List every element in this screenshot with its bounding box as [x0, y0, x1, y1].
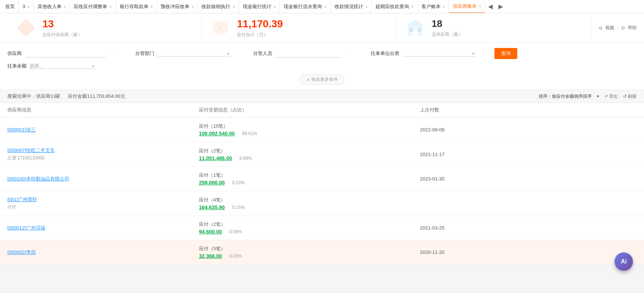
summary-card-total-payable: ¥ 11,170.39 应付合计（万）: [202, 18, 396, 38]
supplier-cell-1: [000001]张三: [7, 127, 199, 133]
close-tab-cash-bank-flow[interactable]: ×: [324, 4, 326, 9]
payable-amount-1[interactable]: 100,092,540.00: [199, 131, 235, 137]
nav-tab-3[interactable]: 3 ×: [19, 0, 34, 13]
close-tab-customer-account[interactable]: ×: [443, 4, 445, 9]
sort-chevron-icon: ▾: [597, 94, 599, 99]
close-tab-collection-verify[interactable]: ×: [232, 4, 235, 9]
supplier-cell-4: [001]广州荣轩 仔仔: [7, 196, 199, 210]
nav-tab-overdue-query[interactable]: 超期应收款查询 ×: [372, 0, 417, 13]
nav-tab-collection-verify[interactable]: 收款核销执行 ×: [198, 0, 239, 13]
close-tab-other-income[interactable]: ×: [64, 4, 66, 9]
refresh-icon: ↺: [623, 94, 627, 99]
payable-amount-3[interactable]: 258,000.00: [199, 180, 225, 186]
summary-card-suppliers: 13 总应付供应商（家）: [7, 18, 202, 38]
supplier-cell-3: [000100]本特勤油品有限公司: [7, 176, 199, 182]
payable-label-4: 应付（4笔）: [199, 197, 225, 203]
nav-tab-collection-stat[interactable]: 收款情况统计 ×: [331, 0, 372, 13]
total-payable-suppliers-label: 总应付供应商（家）: [42, 32, 194, 38]
payable-pct-6: 0.03%: [229, 254, 242, 259]
sort-label[interactable]: 排序：按应付余额倒序排序: [539, 93, 592, 100]
help-icon: ⊙: [621, 25, 625, 31]
supplier-link-4[interactable]: [001]广州荣轩: [7, 197, 37, 202]
total-payable-amount-number: 11,170.39: [237, 18, 389, 30]
search-button[interactable]: 查询: [494, 48, 517, 59]
category-select[interactable]: [402, 51, 476, 56]
payable-amount-4[interactable]: 164,635.90: [199, 204, 225, 210]
payable-label-5: 应付（2笔）: [199, 221, 225, 228]
nav-tab-prepay[interactable]: 预收冲应收单 ×: [157, 0, 198, 13]
balance-select[interactable]: 选择...: [29, 63, 96, 69]
cash-icon: ¥: [209, 18, 231, 38]
export-button[interactable]: ↗ 导出: [604, 93, 618, 100]
payable-cell-6: 应付（5笔） 32,366.00 0.03%: [199, 245, 420, 259]
close-tab-prepay[interactable]: ×: [192, 4, 194, 9]
person-label: 分管人员: [253, 50, 272, 57]
supplier-link-5[interactable]: [000012]广州贝瑞: [7, 225, 45, 231]
payable-amount-5[interactable]: 94,600.00: [199, 229, 222, 235]
video-link[interactable]: 视频: [605, 25, 614, 31]
payable-amount-6[interactable]: 32,366.00: [199, 253, 222, 259]
person-input[interactable]: [275, 49, 342, 58]
nav-tab-home[interactable]: 首页: [1, 0, 19, 13]
supplier-link-1[interactable]: [000001]张三: [7, 127, 36, 132]
supplier-link-3[interactable]: [000100]本特勤油品有限公司: [7, 176, 69, 182]
table-row: [000001]张三 应付（15笔） 100,092,540.00 89.61%…: [0, 118, 644, 142]
payable-cell-4: 应付（4笔） 164,635.90 0.15%: [199, 197, 420, 210]
supplier-link-6[interactable]: [000002]李四: [7, 249, 36, 255]
close-tab-collection-stat[interactable]: ×: [365, 4, 368, 9]
svg-rect-0: [17, 19, 35, 37]
payable-label-3: 应付（1笔）: [199, 172, 225, 179]
payable-label-6: 应付（5笔）: [199, 245, 225, 252]
lastpay-cell-3: 2023-01-30: [420, 176, 637, 182]
dept-select[interactable]: [157, 51, 231, 56]
video-icon: ⊙: [599, 25, 602, 31]
payable-cell-2: 应付（2笔） 11,051,486.00 9.89%: [199, 148, 420, 161]
supplier-input[interactable]: [25, 49, 106, 58]
filter-balance: 往来余额 选择... ▾: [7, 63, 96, 69]
summary-bar: 13 总应付供应商（家） ¥ 11,170.39 应付合计（万）: [0, 13, 644, 43]
total-suppliers-label: 总供应商（家）: [432, 31, 584, 38]
supplier-ellipsis-icon[interactable]: ···: [109, 51, 113, 56]
table-row: [000012]广州贝瑞 应付（2笔） 94,600.00 0.08% 2021…: [0, 216, 644, 240]
nav-arrow-right[interactable]: ▶: [496, 3, 506, 10]
payable-pct-1: 89.61%: [242, 131, 257, 136]
nav-tab-ap-adjustment[interactable]: 应收应付调整单 ×: [70, 0, 116, 13]
nav-tab-supplier-account[interactable]: 供应商账本 ×: [449, 0, 485, 13]
close-tab-supplier-account[interactable]: ×: [479, 4, 481, 8]
nav-tab-other-income[interactable]: 其他收入单 ×: [34, 0, 70, 13]
nav-arrow-left[interactable]: ◀: [485, 3, 496, 10]
filter-category: 往来单位分类 ▾: [371, 50, 476, 57]
close-tab-ap-adjustment[interactable]: ×: [109, 4, 112, 9]
supplier-label: 供应商: [7, 50, 22, 57]
table-row: [000100]本特勤油品有限公司 应付（1笔） 258,000.00 0.23…: [0, 167, 644, 191]
nav-tab-customer-account[interactable]: 客户账本 ×: [418, 0, 449, 13]
payable-cell-3: 应付（1笔） 258,000.00 0.23%: [199, 172, 420, 186]
payable-amount-2[interactable]: 11,051,486.00: [199, 155, 232, 161]
person-ellipsis-icon[interactable]: ···: [344, 51, 349, 56]
filter-row-2: 往来余额 选择... ▾: [7, 63, 637, 69]
filter-row-1: 供应商 ··· 分管部门 ▾ 分管人员 ··· 往来单位分类: [7, 48, 637, 59]
table-row: [001]广州荣轩 仔仔 应付（4笔） 164,635.90 0.15%: [0, 191, 644, 216]
nav-tab-cash-bank-flow[interactable]: 现金银行流水查询 ×: [280, 0, 330, 13]
table-row: [000007]恒旺二手叉车 王通 17106110000 应付（2笔） 11,…: [0, 142, 644, 167]
top-right-links: ⊙ 视频 | ⊙ 帮助: [591, 25, 637, 31]
total-suppliers-number: 18: [432, 18, 584, 30]
last-pay-date-6: 2020-11-20: [420, 249, 445, 255]
last-pay-date-5: 2021-03-25: [420, 225, 445, 231]
close-tab-3[interactable]: ×: [27, 4, 29, 9]
shop-icon: [404, 18, 426, 38]
nav-tab-cash-bank-stat[interactable]: 现金银行统计 ×: [239, 0, 280, 13]
payable-pct-3: 0.23%: [232, 180, 245, 185]
total-payable-amount-label: 应付合计（万）: [237, 32, 389, 38]
refresh-button[interactable]: ↺ 刷新: [623, 93, 637, 100]
close-tab-overdue-query[interactable]: ×: [411, 4, 413, 9]
close-tab-bank-deposit[interactable]: ×: [151, 4, 153, 9]
nav-tab-bank-deposit[interactable]: 银行存取款单 ×: [116, 0, 157, 13]
svg-rect-7: [417, 28, 421, 32]
collapse-up-icon: ∧: [307, 77, 310, 82]
table-header: 供应商信息 应付交易信息（占比） 上次付数: [0, 103, 644, 118]
collapse-filter-button[interactable]: ∧ 收起更多条件: [300, 75, 344, 85]
help-link[interactable]: 帮助: [628, 25, 637, 31]
close-tab-cash-bank-stat[interactable]: ×: [274, 4, 276, 9]
supplier-link-2[interactable]: [000007]恒旺二手叉车: [7, 148, 55, 153]
